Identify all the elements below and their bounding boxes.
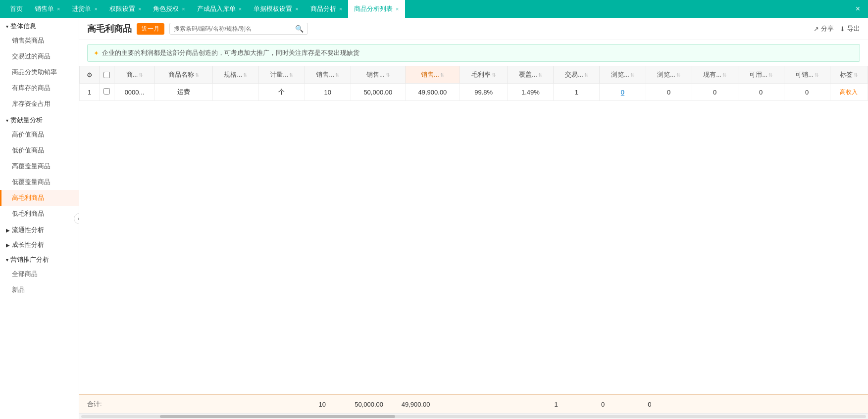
search-input[interactable] xyxy=(174,25,295,32)
nav-product-analysis[interactable]: 商品分析 × xyxy=(305,0,348,18)
sort-icon[interactable]: ⇅ xyxy=(538,72,542,78)
col-name[interactable]: 商品名称⇅ xyxy=(155,66,213,84)
nav-product-inbound[interactable]: 产成品入库单 × xyxy=(191,0,248,18)
sidebar-item-in-stock-goods[interactable]: 有库存的商品 xyxy=(0,80,79,96)
sidebar-section-marketing[interactable]: ▾ 营销推广分析 xyxy=(0,251,79,266)
sidebar-item-traded-goods[interactable]: 交易过的商品 xyxy=(0,48,79,64)
nav-close-icon[interactable]: × xyxy=(138,6,141,12)
sidebar-item-low-coverage[interactable]: 低覆盖量商品 xyxy=(0,174,79,190)
nav-close-icon[interactable]: × xyxy=(295,6,298,12)
sort-icon[interactable]: ⇅ xyxy=(768,72,772,78)
sort-icon[interactable]: ⇅ xyxy=(386,72,390,78)
sort-icon[interactable]: ⇅ xyxy=(139,72,143,78)
sort-icon[interactable]: ⇅ xyxy=(854,72,858,78)
footer-values: 10 50,000.00 49,900.00 1 0 0 xyxy=(112,401,860,408)
nav-close-icon[interactable]: × xyxy=(94,6,97,12)
period-button[interactable]: 近一月 xyxy=(137,23,164,35)
main-layout: « ▾ 整体信息 销售类商品 交易过的商品 商品分类助销率 有库存的商品 库存资… xyxy=(0,18,868,419)
sort-icon[interactable]: ⇅ xyxy=(492,72,496,78)
col-coverage[interactable]: 覆盖...⇅ xyxy=(508,66,554,84)
col-margin-rate[interactable]: 毛利率⇅ xyxy=(460,66,508,84)
sort-icon[interactable]: ⇅ xyxy=(676,72,680,78)
cell-current-stock: 0 xyxy=(692,84,738,101)
col-browse1[interactable]: 浏览...⇅ xyxy=(600,66,646,84)
sort-icon[interactable]: ⇅ xyxy=(722,72,726,78)
arrow-right-icon: ▶ xyxy=(6,228,10,233)
col-current-stock[interactable]: 现有...⇅ xyxy=(692,66,738,84)
sidebar-item-sales-goods[interactable]: 销售类商品 xyxy=(0,33,79,48)
nav-permissions[interactable]: 权限设置 × xyxy=(103,0,147,18)
sidebar-item-low-value[interactable]: 低价值商品 xyxy=(0,142,79,158)
nav-home[interactable]: 首页 xyxy=(4,0,29,18)
sort-icon[interactable]: ⇅ xyxy=(289,72,293,78)
sidebar-item-high-margin[interactable]: 高毛利商品 xyxy=(0,190,79,206)
col-settings[interactable]: ⚙ xyxy=(80,66,100,84)
row-checkbox[interactable] xyxy=(103,88,110,94)
cell-browse1[interactable]: 0 xyxy=(600,84,646,101)
col-sales3[interactable]: 销售...⇅ xyxy=(405,66,460,84)
nav-product-analysis-list[interactable]: 商品分析列表 × xyxy=(348,0,405,18)
col-available[interactable]: 可用...⇅ xyxy=(738,66,784,84)
sidebar-section-growth[interactable]: ▶ 成长性分析 xyxy=(0,236,79,251)
sidebar-item-category-assist[interactable]: 商品分类助销率 xyxy=(0,64,79,80)
table-row: 1 0000... 运费 个 10 50,000.00 49,900.00 99… xyxy=(80,84,868,101)
sidebar-section-contribution[interactable]: ▾ 贡献量分析 xyxy=(0,112,79,127)
nav-roles[interactable]: 角色授权 × xyxy=(147,0,191,18)
nav-close-active-icon[interactable]: × xyxy=(396,6,399,12)
sidebar-item-low-margin[interactable]: 低毛利商品 xyxy=(0,206,79,222)
export-button[interactable]: ⬇ 导出 xyxy=(840,24,860,33)
cell-checkbox[interactable] xyxy=(100,84,114,101)
sort-icon[interactable]: ⇅ xyxy=(440,72,444,78)
data-table-wrapper[interactable]: ⚙ 商...⇅ 商品名称⇅ 规格...⇅ xyxy=(79,66,868,394)
nav-template-settings[interactable]: 单据模板设置 × xyxy=(248,0,304,18)
sort-icon[interactable]: ⇅ xyxy=(630,72,634,78)
scrollbar-thumb[interactable] xyxy=(160,415,396,418)
share-button[interactable]: ↗ 分享 xyxy=(814,24,834,33)
nav-close-icon[interactable]: × xyxy=(339,6,342,12)
col-sales1[interactable]: 销售...⇅ xyxy=(305,66,351,84)
sort-icon[interactable]: ⇅ xyxy=(195,72,199,78)
page-title: 高毛利商品 xyxy=(87,23,132,35)
sort-icon[interactable]: ⇅ xyxy=(335,72,339,78)
cell-sellable: 0 xyxy=(784,84,830,101)
sidebar-item-high-coverage[interactable]: 高覆盖量商品 xyxy=(0,158,79,174)
sort-icon[interactable]: ⇅ xyxy=(584,72,588,78)
col-browse2[interactable]: 浏览...⇅ xyxy=(646,66,692,84)
sidebar-item-stock-capital[interactable]: 库存资金占用 xyxy=(0,96,79,112)
search-icon[interactable]: 🔍 xyxy=(295,25,304,33)
col-transactions[interactable]: 交易...⇅ xyxy=(554,66,600,84)
sidebar-item-high-value[interactable]: 高价值商品 xyxy=(0,127,79,142)
sort-icon[interactable]: ⇅ xyxy=(243,72,247,78)
cell-code: 0000... xyxy=(114,84,155,101)
col-unit[interactable]: 计量...⇅ xyxy=(258,66,305,84)
sidebar-section-liquidity[interactable]: ▶ 流通性分析 xyxy=(0,222,79,236)
col-spec[interactable]: 规格...⇅ xyxy=(212,66,258,84)
sidebar-item-all-goods[interactable]: 全部商品 xyxy=(0,266,79,282)
col-code[interactable]: 商...⇅ xyxy=(114,66,155,84)
nav-window-close-button[interactable]: × xyxy=(852,2,864,15)
nav-close-icon[interactable]: × xyxy=(57,6,60,12)
col-tag[interactable]: 标签⇅ xyxy=(830,66,868,84)
horizontal-scrollbar[interactable] xyxy=(79,413,868,419)
footer-placeholder3 xyxy=(673,401,860,408)
sort-icon[interactable]: ⇅ xyxy=(815,72,818,78)
col-sellable[interactable]: 可销...⇅ xyxy=(784,66,830,84)
content-area: 高毛利商品 近一月 🔍 ↗ 分享 ⬇ 导出 ✦ 企业的主要的利润都是这部分商品创… xyxy=(79,18,868,419)
select-all-checkbox[interactable] xyxy=(103,72,110,78)
scrollbar-track[interactable] xyxy=(81,415,866,418)
arrow-right-icon: ▶ xyxy=(6,242,10,248)
nav-sales-order[interactable]: 销售单 × xyxy=(29,0,66,18)
col-checkbox-header[interactable] xyxy=(100,66,114,84)
col-sales2[interactable]: 销售...⇅ xyxy=(351,66,405,84)
cell-coverage: 1.49% xyxy=(508,84,554,101)
nav-close-icon[interactable]: × xyxy=(182,6,185,12)
footer-browse1: 0 xyxy=(579,401,626,408)
cell-sales1: 10 xyxy=(305,84,351,101)
cell-available: 0 xyxy=(738,84,784,101)
top-navigation: 首页 销售单 × 进货单 × 权限设置 × 角色授权 × 产成品入库单 × 单据… xyxy=(0,0,868,18)
cell-sales3: 49,900.00 xyxy=(405,84,460,101)
nav-close-icon[interactable]: × xyxy=(239,6,242,12)
sidebar-item-new-goods[interactable]: 新品 xyxy=(0,282,79,298)
sidebar-section-overall[interactable]: ▾ 整体信息 xyxy=(0,18,79,33)
nav-purchase-order[interactable]: 进货单 × xyxy=(66,0,103,18)
